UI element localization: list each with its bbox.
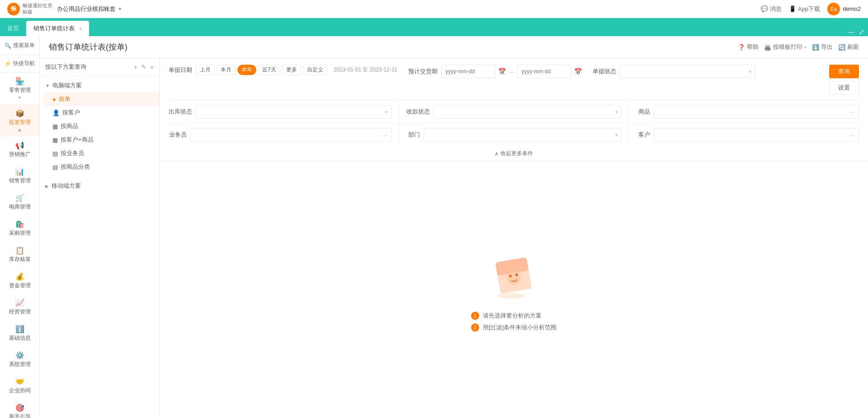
operations-icon: 📈 bbox=[15, 299, 24, 307]
department-arrow-icon: ▾ bbox=[615, 133, 618, 138]
date-btn-more[interactable]: 更多 bbox=[282, 65, 301, 75]
department-label: 部门 bbox=[406, 131, 420, 139]
date-label: 单据日期 bbox=[169, 66, 192, 74]
sidebar-item-collab[interactable]: 🤝 企业协同 bbox=[0, 373, 39, 399]
date-btn-last-month[interactable]: 上月 bbox=[196, 65, 215, 75]
out-status-select[interactable]: ▾ bbox=[196, 105, 392, 119]
tab-minimize-button[interactable]: — bbox=[848, 28, 855, 36]
left-panel-title: 按以下方案查询 bbox=[45, 63, 86, 71]
sidebar-search-inner[interactable]: 🔍 搜索菜单 bbox=[0, 40, 39, 51]
expected-date-start[interactable] bbox=[441, 65, 495, 78]
sidebar-item-wholesale[interactable]: 📦 批发管理 ▲ bbox=[0, 104, 39, 137]
salesperson-input[interactable]: ··· bbox=[190, 128, 392, 142]
empty-illustration bbox=[486, 248, 541, 303]
scheme-by-customer[interactable]: 👤 按客户 bbox=[43, 106, 159, 119]
basic-icon: ℹ️ bbox=[15, 325, 24, 333]
refresh-icon: 🔄 bbox=[838, 44, 845, 51]
print-button[interactable]: 🖨️ 按模板打印 ▾ bbox=[764, 43, 807, 51]
date-btn-7days[interactable]: 近7天 bbox=[258, 65, 280, 75]
pc-section-header[interactable]: ▼ 电脑端方案 bbox=[40, 79, 159, 92]
filter-row-2: 出库状态 ▾ 收款状态 ▾ bbox=[169, 100, 859, 124]
customer-input[interactable]: ··· bbox=[654, 128, 859, 142]
empty-content: 1 请先选择要分析的方案 2 用[过滤]条件来缩小分析范围 bbox=[471, 248, 557, 332]
date-btn-this-month[interactable]: 本月 bbox=[217, 65, 236, 75]
sidebar-search[interactable]: 🔍 搜索菜单 bbox=[0, 36, 39, 55]
receipt-status-select[interactable]: ▾ bbox=[434, 105, 622, 119]
tab-home[interactable]: 首页 bbox=[0, 21, 26, 36]
step-2-num: 2 bbox=[471, 323, 479, 332]
scheme-by-salesperson[interactable]: ▤ 按业务员 bbox=[43, 147, 159, 160]
collapse-panel-button[interactable]: « bbox=[150, 63, 154, 71]
wholesale-icon: 📦 bbox=[15, 109, 24, 118]
mobile-schemes-section: ▶ 移动端方案 bbox=[40, 176, 159, 195]
main-layout: 🔍 搜索菜单 ⚡ 快捷导航 🏪 零售管理 ▾ 📦 批发管理 ▲ 📢 营销推广 📊 bbox=[0, 36, 868, 418]
sidebar-item-system[interactable]: ⚙️ 系统管理 bbox=[0, 347, 39, 373]
pc-toggle-icon: ▼ bbox=[45, 83, 50, 88]
customer-dots-icon[interactable]: ··· bbox=[850, 132, 855, 138]
collapse-bar[interactable]: ∧ 收起更多条件 bbox=[160, 146, 868, 162]
calendar-start-icon[interactable]: 📅 bbox=[498, 68, 506, 75]
sidebar-item-ecommerce[interactable]: 🛒 电商管理 bbox=[0, 189, 39, 215]
tab-maximize-button[interactable]: ⤢ bbox=[859, 28, 864, 36]
scheme-by-customer-goods[interactable]: ▦ 按客户+商品 bbox=[43, 133, 159, 147]
scheme-by-order[interactable]: ● 按单 bbox=[43, 92, 159, 106]
add-scheme-button[interactable]: + bbox=[134, 63, 137, 71]
content-area: 销售订单统计表(按单) ❓ 帮助 🖨️ 按模板打印 ▾ ⬇️ 导出 🔄 刷新 bbox=[40, 36, 868, 418]
query-button[interactable]: 查询 bbox=[829, 65, 859, 78]
svg-point-5 bbox=[498, 293, 525, 299]
action-buttons: 查询 设置 bbox=[829, 65, 859, 95]
system-icon: ⚙️ bbox=[15, 351, 24, 360]
tab-bar-actions: — ⤢ bbox=[848, 28, 868, 36]
sidebar-item-basic[interactable]: ℹ️ 基础信息 bbox=[0, 320, 39, 347]
top-bar: 畅 畅捷通好生意 标版 办公用品行业模拟账套 ▾ 💬 消息 📱 App下载 Ea… bbox=[0, 0, 868, 18]
sidebar-item-sales[interactable]: 📊 销售管理 bbox=[0, 163, 39, 189]
sidebar-item-purchase[interactable]: 🛍️ 采购管理 bbox=[0, 215, 39, 242]
message-button[interactable]: 💬 消息 bbox=[761, 5, 782, 13]
goods-dots-icon[interactable]: ··· bbox=[850, 109, 855, 115]
scheme-by-goods[interactable]: ▦ 按商品 bbox=[43, 119, 159, 133]
sidebar-item-marketing[interactable]: 📢 营销推广 bbox=[0, 137, 39, 163]
breadcrumb-title: 办公用品行业模拟账套 bbox=[57, 5, 116, 13]
left-panel-header: 按以下方案查询 + ✎ « bbox=[40, 58, 159, 76]
avatar: Ea bbox=[827, 3, 840, 15]
export-button[interactable]: ⬇️ 导出 bbox=[812, 43, 833, 51]
inventory-icon: 📋 bbox=[15, 246, 24, 255]
logo-area: 畅 畅捷通好生意 标版 bbox=[7, 3, 52, 15]
refresh-button[interactable]: 🔄 刷新 bbox=[838, 43, 859, 51]
sidebar-item-inventory[interactable]: 📋 库存核算 bbox=[0, 242, 39, 268]
receipt-status-label: 收款状态 bbox=[406, 108, 430, 116]
sidebar-item-guide[interactable]: 🎯 新手引导 bbox=[0, 399, 39, 418]
status-select[interactable]: ▾ bbox=[620, 65, 755, 78]
date-buttons: 上月 本月 本年 近7天 更多 自定义 bbox=[196, 65, 327, 75]
tab-close-icon[interactable]: × bbox=[79, 26, 82, 31]
search-icon: 🔍 bbox=[5, 43, 11, 49]
logo-text: 畅捷通好生意 标版 bbox=[23, 3, 52, 14]
goods-input[interactable]: ··· bbox=[654, 105, 859, 119]
date-btn-this-year[interactable]: 本年 bbox=[237, 65, 256, 75]
main-content-row: 按以下方案查询 + ✎ « ▼ 电脑端方案 ● bbox=[40, 58, 868, 418]
logo-icon: 畅 bbox=[7, 3, 20, 15]
sidebar-item-finance[interactable]: 💰 资金管理 bbox=[0, 268, 39, 294]
settings-button[interactable]: 设置 bbox=[829, 81, 859, 95]
app-download-button[interactable]: 📱 App下载 bbox=[789, 5, 820, 13]
edit-scheme-button[interactable]: ✎ bbox=[141, 63, 146, 71]
step-2-text: 用[过滤]条件来缩小分析范围 bbox=[483, 323, 557, 332]
sidebar-quick-nav[interactable]: ⚡ 快捷导航 bbox=[0, 55, 39, 72]
calendar-end-icon[interactable]: 📅 bbox=[574, 68, 582, 75]
department-filter-group: 部门 ▾ bbox=[399, 124, 629, 146]
help-button[interactable]: ❓ 帮助 bbox=[738, 43, 759, 51]
quick-nav-inner[interactable]: ⚡ 快捷导航 bbox=[0, 57, 39, 70]
mobile-section-header[interactable]: ▶ 移动端方案 bbox=[40, 179, 159, 193]
department-select[interactable]: ▾ bbox=[424, 128, 622, 142]
date-btn-custom[interactable]: 自定义 bbox=[303, 65, 327, 75]
breadcrumb-arrow-icon[interactable]: ▾ bbox=[118, 5, 122, 12]
tab-sales-order[interactable]: 销售订单统计表 × bbox=[26, 21, 89, 36]
expected-date-end[interactable] bbox=[517, 65, 571, 78]
salesperson-dots-icon[interactable]: ··· bbox=[382, 132, 387, 138]
wholesale-arrow-icon: ▲ bbox=[18, 127, 22, 132]
quick-nav-label: 快捷导航 bbox=[13, 60, 35, 67]
scheme-by-category[interactable]: ▤ 按商品分类 bbox=[43, 160, 159, 174]
sidebar-item-operations[interactable]: 📈 经营管理 bbox=[0, 294, 39, 320]
sidebar-item-retail[interactable]: 🏪 零售管理 ▾ bbox=[0, 72, 39, 104]
scheme-icon-goods: ▦ bbox=[52, 123, 58, 130]
